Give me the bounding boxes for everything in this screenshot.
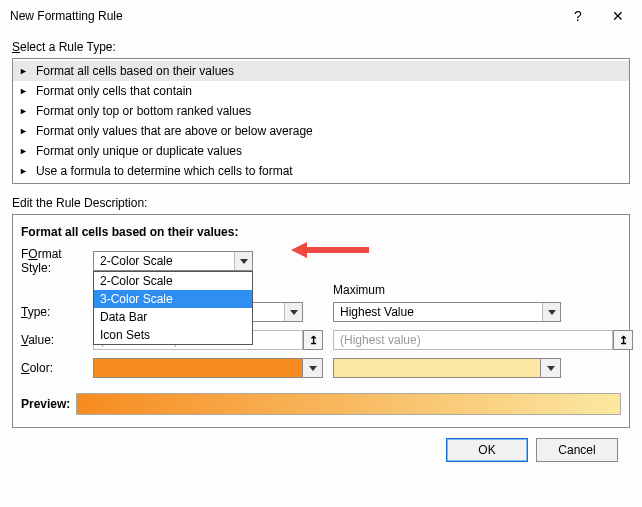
edit-description-section: Edit the Rule Description: Format all ce… xyxy=(12,196,630,428)
type-label: Type: xyxy=(21,305,93,319)
rule-type-text: Format only top or bottom ranked values xyxy=(36,104,251,118)
preview-gradient xyxy=(76,393,621,415)
value-row: (Highest value) ↥ xyxy=(333,329,633,351)
bullet-icon: ► xyxy=(19,126,28,136)
color-row xyxy=(333,357,633,379)
rule-type-text: Format only values that are above or bel… xyxy=(36,124,313,138)
cancel-button[interactable]: Cancel xyxy=(536,438,618,462)
preview-label: Preview: xyxy=(21,397,70,411)
dropdown-option[interactable]: Icon Sets xyxy=(94,326,252,344)
format-style-dropdown[interactable]: 2-Color Scale 2-Color Scale 3-Color Scal… xyxy=(93,251,253,271)
description-box: Format all cells based on their values: … xyxy=(12,214,630,428)
bullet-icon: ► xyxy=(19,106,28,116)
format-style-value: 2-Color Scale xyxy=(94,254,234,268)
rule-type-item[interactable]: ► Format all cells based on their values xyxy=(13,61,629,81)
rule-type-text: Format only cells that contain xyxy=(36,84,192,98)
rule-type-item[interactable]: ► Format only top or bottom ranked value… xyxy=(13,101,629,121)
rule-type-item[interactable]: ► Use a formula to determine which cells… xyxy=(13,161,629,181)
maximum-header: Maximum xyxy=(333,283,633,297)
dropdown-option[interactable]: 2-Color Scale xyxy=(94,272,252,290)
dialog-buttons: OK Cancel xyxy=(12,428,630,462)
bullet-icon: ► xyxy=(19,166,28,176)
rule-type-label: Select a Rule Type: xyxy=(12,40,630,54)
dropdown-option[interactable]: Data Bar xyxy=(94,308,252,326)
bullet-icon: ► xyxy=(19,86,28,96)
max-color-dropdown[interactable] xyxy=(333,358,561,378)
color-swatch xyxy=(94,359,302,377)
rule-type-text: Format all cells based on their values xyxy=(36,64,234,78)
chevron-down-icon[interactable] xyxy=(284,303,302,321)
ok-button[interactable]: OK xyxy=(446,438,528,462)
chevron-down-icon[interactable] xyxy=(540,359,560,377)
titlebar: New Formatting Rule ? ✕ xyxy=(0,0,642,32)
color-row: Color: xyxy=(21,357,323,379)
min-color-dropdown[interactable] xyxy=(93,358,323,378)
edit-description-label: Edit the Rule Description: xyxy=(12,196,630,210)
color-swatch xyxy=(334,359,540,377)
close-button[interactable]: ✕ xyxy=(598,2,638,30)
rule-type-item[interactable]: ► Format only unique or duplicate values xyxy=(13,141,629,161)
dialog-title: New Formatting Rule xyxy=(10,9,558,23)
rule-type-item[interactable]: ► Format only cells that contain xyxy=(13,81,629,101)
dialog-window: New Formatting Rule ? ✕ Select a Rule Ty… xyxy=(0,0,642,507)
type-row: Highest Value xyxy=(333,301,633,323)
chevron-down-icon[interactable] xyxy=(302,359,322,377)
max-type-dropdown[interactable]: Highest Value xyxy=(333,302,561,322)
dialog-content: Select a Rule Type: ► Format all cells b… xyxy=(0,32,642,472)
value-label: Value: xyxy=(21,333,93,347)
color-label: Color: xyxy=(21,361,93,375)
chevron-down-icon[interactable] xyxy=(234,252,252,270)
dropdown-option[interactable]: 3-Color Scale xyxy=(94,290,252,308)
format-style-row: FOrmat Style: 2-Color Scale 2-Color Scal… xyxy=(21,247,621,275)
rule-type-item[interactable]: ► Format only values that are above or b… xyxy=(13,121,629,141)
max-type-value: Highest Value xyxy=(334,305,542,319)
preview-row: Preview: xyxy=(21,393,621,415)
bullet-icon: ► xyxy=(19,146,28,156)
maximum-column: Maximum Highest Value (Highest value) ↥ xyxy=(333,281,633,385)
rule-type-text: Use a formula to determine which cells t… xyxy=(36,164,293,178)
rule-type-list[interactable]: ► Format all cells based on their values… xyxy=(12,58,630,184)
bullet-icon: ► xyxy=(19,66,28,76)
range-selector-button[interactable]: ↥ xyxy=(613,330,633,350)
description-title: Format all cells based on their values: xyxy=(21,225,621,239)
max-value-input[interactable]: (Highest value) xyxy=(333,330,613,350)
format-style-label: FOrmat Style: xyxy=(21,247,93,275)
rule-type-text: Format only unique or duplicate values xyxy=(36,144,242,158)
chevron-down-icon[interactable] xyxy=(542,303,560,321)
range-selector-button[interactable]: ↥ xyxy=(303,330,323,350)
format-style-options: 2-Color Scale 3-Color Scale Data Bar Ico… xyxy=(93,271,253,345)
help-button[interactable]: ? xyxy=(558,2,598,30)
